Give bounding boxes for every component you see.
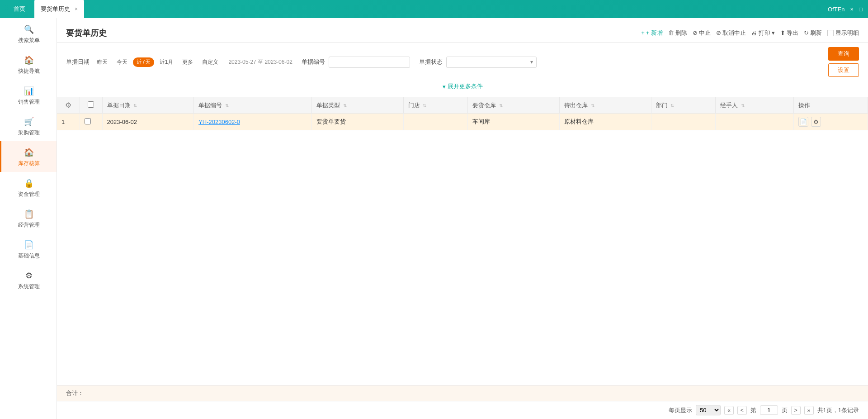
th-department[interactable]: 部门 ⇅ (651, 97, 716, 114)
expand-more-btn[interactable]: ▾ 展开更多条件 (66, 81, 859, 92)
sidebar-item-system[interactable]: ⚙ 系统管理 (0, 264, 57, 295)
op-edit-icon[interactable]: ⚙ (811, 117, 821, 127)
sort-icon-docno: ⇅ (225, 103, 229, 108)
total-info: 共1页，1条记录 (817, 406, 859, 414)
top-bar-right: OfTEn × □ (828, 6, 863, 13)
operations-icon: 📋 (24, 209, 34, 219)
cell-handler (716, 114, 794, 130)
stop-icon: ⊘ (693, 29, 698, 36)
cell-req-warehouse: 车间库 (468, 114, 560, 130)
table-row[interactable]: 1 2023-06-02 YH-20230602-0 要货单要货 车间库 原材料… (57, 114, 868, 130)
th-doc-date[interactable]: 单据日期 ⇅ (102, 97, 194, 114)
close-window-icon[interactable]: × (850, 6, 854, 13)
next-page-btn[interactable]: > (791, 406, 801, 415)
sort-icon-pend-wh: ⇅ (591, 103, 594, 108)
op-icons: 📄 ⚙ (798, 117, 863, 127)
tab-home[interactable]: 首页 (5, 0, 33, 18)
sidebar: 🔍 搜索菜单 🏠 快捷导航 📊 销售管理 🛒 采购管理 🏠 库存核算 🔒 资金管… (0, 18, 57, 419)
op-view-icon[interactable]: 📄 (798, 117, 808, 127)
print-button[interactable]: 🖨 打印 ▾ (751, 29, 775, 37)
basic-icon: 📄 (24, 240, 34, 250)
page-size-select[interactable]: 50 20 100 (696, 405, 721, 415)
page-title: 要货单历史 (66, 28, 107, 38)
page-prefix: 第 (750, 406, 756, 414)
docno-input[interactable] (329, 57, 410, 68)
th-doc-type[interactable]: 单据类型 ⇅ (312, 97, 404, 114)
sidebar-item-inventory[interactable]: 🏠 库存核算 (0, 141, 57, 172)
display-detail-checkbox[interactable] (827, 30, 834, 36)
sidebar-item-finance[interactable]: 🔒 资金管理 (0, 172, 57, 203)
stop-button[interactable]: ⊘ 中止 (693, 29, 711, 37)
date-btn-custom[interactable]: 自定义 (198, 57, 222, 67)
maximize-icon[interactable]: □ (859, 6, 863, 13)
sidebar-item-purchase[interactable]: 🛒 采购管理 (0, 110, 57, 141)
first-page-btn[interactable]: « (724, 406, 734, 415)
th-pending-warehouse[interactable]: 待出仓库 ⇅ (559, 97, 651, 114)
date-range-display: 2023-05-27 至 2023-06-02 (228, 58, 292, 66)
date-btn-yesterday[interactable]: 昨天 (93, 57, 111, 67)
last-page-btn[interactable]: » (804, 406, 814, 415)
cell-doc-date: 2023-06-02 (102, 114, 194, 130)
th-settings[interactable]: ⚙ (57, 97, 80, 114)
date-btn-today[interactable]: 今天 (113, 57, 131, 67)
display-detail-toggle[interactable]: 显示明细 (827, 29, 859, 37)
sidebar-item-quick-nav[interactable]: 🏠 快捷导航 (0, 49, 57, 80)
refresh-button[interactable]: ↻ 刷新 (804, 29, 822, 37)
sidebar-item-operations[interactable]: 📋 经营管理 (0, 203, 57, 233)
main-layout: 🔍 搜索菜单 🏠 快捷导航 📊 销售管理 🛒 采购管理 🏠 库存核算 🔒 资金管… (0, 18, 868, 419)
date-btn-1month[interactable]: 近1月 (156, 57, 177, 67)
date-filter-btns: 昨天 今天 近7天 近1月 更多 自定义 (93, 57, 222, 67)
sidebar-item-basic[interactable]: 📄 基础信息 (0, 233, 57, 264)
select-all-checkbox[interactable] (88, 101, 94, 108)
th-store[interactable]: 门店 ⇅ (403, 97, 468, 114)
expand-icon: ▾ (443, 83, 446, 90)
often-label: OfTEn (828, 6, 845, 13)
toolbar: + + 新增 🗑 删除 ⊘ 中止 ⊘ 取消中止 🖨 打印 (641, 29, 859, 37)
settings-button[interactable]: 设置 (828, 63, 859, 77)
sort-icon-date: ⇅ (133, 103, 137, 108)
th-checkbox[interactable] (80, 97, 102, 114)
delete-icon: 🗑 (668, 29, 674, 36)
sidebar-item-search-menu[interactable]: 🔍 搜索菜单 (0, 18, 57, 49)
sidebar-label-purchase: 采购管理 (18, 129, 40, 137)
sort-icon-dept: ⇅ (670, 103, 674, 108)
status-select[interactable] (446, 57, 537, 68)
filter-docno-group: 单据编号 (302, 57, 410, 68)
sales-icon: 📊 (24, 86, 34, 96)
cell-operation: 📄 ⚙ (793, 114, 868, 130)
th-req-warehouse[interactable]: 要货仓库 ⇅ (468, 97, 560, 114)
delete-button[interactable]: 🗑 删除 (668, 29, 687, 37)
docno-label: 单据编号 (302, 58, 325, 66)
cancel-stop-button[interactable]: ⊘ 取消中止 (716, 29, 746, 37)
export-button[interactable]: ⬆ 导出 (780, 29, 798, 37)
inventory-icon: 🏠 (24, 148, 34, 157)
page-header: 要货单历史 + + 新增 🗑 删除 ⊘ 中止 ⊘ 取消中止 (57, 18, 868, 43)
th-doc-no[interactable]: 单据编号 ⇅ (194, 97, 312, 114)
new-button[interactable]: + + 新增 (641, 29, 663, 37)
finance-icon: 🔒 (24, 178, 34, 188)
sort-icon-req-wh: ⇅ (499, 103, 503, 108)
tab-active[interactable]: 要货单历史 × (34, 0, 84, 18)
status-label: 单据状态 (419, 58, 443, 66)
cell-doc-no[interactable]: YH-20230602-0 (194, 114, 312, 130)
cell-doc-type: 要货单要货 (312, 114, 404, 130)
query-button[interactable]: 查询 (828, 47, 859, 61)
page-size-label: 每页显示 (669, 406, 692, 414)
row-checkbox[interactable] (85, 118, 91, 124)
current-page-input[interactable] (760, 405, 778, 415)
status-select-wrapper (446, 57, 537, 68)
table-settings-icon[interactable]: ⚙ (65, 101, 71, 109)
cell-checkbox[interactable] (80, 114, 102, 130)
quick-nav-icon: 🏠 (24, 55, 34, 65)
sidebar-item-sales[interactable]: 📊 销售管理 (0, 80, 57, 110)
table-area: ⚙ 单据日期 ⇅ 单据编号 ⇅ (57, 97, 868, 385)
prev-page-btn[interactable]: < (737, 406, 747, 415)
tab-close-icon[interactable]: × (75, 6, 78, 12)
page-suffix: 页 (782, 406, 788, 414)
th-handler[interactable]: 经手人 ⇅ (716, 97, 794, 114)
sidebar-label-basic: 基础信息 (18, 252, 40, 260)
date-btn-7days[interactable]: 近7天 (133, 57, 154, 67)
date-btn-more[interactable]: 更多 (179, 57, 197, 67)
system-icon: ⚙ (25, 271, 33, 281)
sidebar-label-sales: 销售管理 (18, 98, 40, 106)
